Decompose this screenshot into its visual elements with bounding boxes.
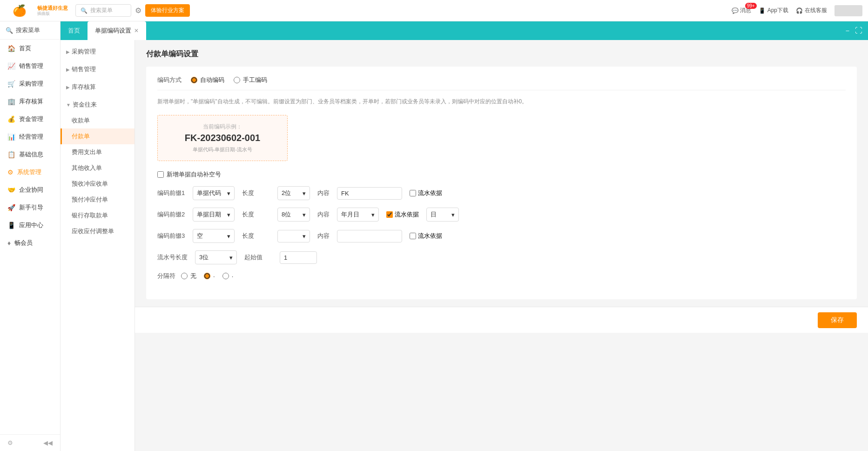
- content3-input[interactable]: [337, 230, 402, 242]
- sub-menu-header-sales[interactable]: ▶ 销售管理: [61, 61, 135, 77]
- length3-select[interactable]: ▾: [277, 230, 310, 242]
- sep-dash-option[interactable]: ·: [222, 273, 234, 280]
- separator-label: 分隔符: [157, 272, 175, 280]
- tab-close-icon[interactable]: ✕: [134, 27, 139, 34]
- sub-item-receipt-label: 收款单: [72, 117, 90, 124]
- sidebar-item-home[interactable]: 🏠 首页: [0, 40, 60, 57]
- sub-menu-header-stock[interactable]: ▶ 库存核算: [61, 79, 135, 95]
- length2-dropdown-icon: ▾: [303, 211, 306, 218]
- sep-dash-radio[interactable]: [222, 273, 229, 279]
- length1-value: 2位: [282, 189, 291, 197]
- sub-item-receipt[interactable]: 收款单: [61, 113, 135, 128]
- sep-none-option[interactable]: 无: [181, 272, 196, 280]
- brand-text: 畅捷通好生意 插曲版: [37, 5, 68, 16]
- sidebar-item-operations[interactable]: 📊 经营管理: [0, 128, 60, 146]
- brand-icon: 🍊: [13, 4, 27, 17]
- watermark1-checkbox[interactable]: [410, 190, 416, 196]
- sub-menu-header-capital[interactable]: ▼ 资金往来: [61, 97, 135, 113]
- sidebar-item-inventory[interactable]: 🏢 库存核算: [0, 93, 60, 110]
- prefix1-select[interactable]: 单据代码 ▾: [193, 186, 235, 200]
- watermark1-label: 流水依据: [410, 189, 442, 197]
- chevron-down-icon: ▼: [66, 102, 71, 108]
- sub-menu-stock-label: 库存核算: [72, 83, 96, 91]
- sub-item-expense-label: 费用支出单: [72, 148, 102, 155]
- sub-menu-capital: ▼ 资金往来 收款单 付款单 费用支出单 其他收入单: [61, 97, 135, 239]
- manual-encode-option[interactable]: 手工编码: [234, 76, 267, 84]
- sidebar-label-sales: 销售管理: [19, 62, 43, 70]
- length1-select[interactable]: 2位 ▾: [277, 186, 310, 200]
- msg-count: 99+: [745, 3, 757, 9]
- main-layout: 🔍 搜索菜单 🏠 首页 📈 销售管理 🛒 采购管理 🏢 库存核算 💰: [0, 21, 868, 451]
- content2-dropdown-icon: ▾: [371, 211, 375, 218]
- settings-icon[interactable]: ⚙: [135, 6, 141, 15]
- save-button[interactable]: 保存: [818, 312, 857, 328]
- sidebar-item-apps[interactable]: 📱 应用中心: [0, 216, 60, 234]
- serial-row: 流水号长度 3位 ▾ 起始值: [157, 250, 846, 264]
- trial-btn[interactable]: 体验行业方案: [145, 4, 190, 17]
- serial-length-dropdown-icon: ▾: [229, 254, 233, 261]
- sidebar-item-member[interactable]: ♦ 畅会员: [0, 234, 60, 252]
- sidebar-label-purchase: 采购管理: [19, 80, 43, 88]
- tab-minimize-icon[interactable]: －: [844, 26, 851, 36]
- collapse-sidebar-icon[interactable]: ◀◀: [43, 439, 53, 446]
- auto-encode-option[interactable]: 自动编码: [191, 76, 224, 84]
- start-value-input[interactable]: [280, 251, 317, 264]
- sep-dot-option[interactable]: ·: [204, 273, 215, 280]
- auto-fill-row: 新增单据自动补空号: [157, 170, 846, 179]
- sub-item-other-income[interactable]: 其他收入单: [61, 160, 135, 176]
- tab-expand-icon[interactable]: ⛶: [855, 27, 862, 35]
- sidebar-item-purchase[interactable]: 🛒 采购管理: [0, 75, 60, 93]
- sub-item-advance-recv-label: 预收冲应收单: [72, 180, 108, 187]
- finance-icon: 💰: [7, 115, 15, 123]
- length2-select[interactable]: 8位 ▾: [277, 208, 310, 222]
- sep-none-radio[interactable]: [181, 273, 188, 279]
- sub-item-bank[interactable]: 银行存取款单: [61, 208, 135, 223]
- sidebar-item-guide[interactable]: 🚀 新手引导: [0, 199, 60, 216]
- form-row-2: 编码前缀2 单据日期 ▾ 长度 8位 ▾ 内容 年月日: [157, 208, 846, 222]
- watermark2-label: 流水依据: [386, 210, 419, 219]
- app-download-label: App下载: [767, 7, 788, 14]
- prefix3-select[interactable]: 空 ▾: [193, 229, 235, 243]
- auto-fill-checkbox[interactable]: [157, 171, 164, 178]
- sub-menu-header-purchase[interactable]: ▶ 采购管理: [61, 44, 135, 60]
- sidebar-item-enterprise[interactable]: 🤝 企业协同: [0, 181, 60, 199]
- sub-item-adjust[interactable]: 应收应付调整单: [61, 223, 135, 239]
- sub-item-expense[interactable]: 费用支出单: [61, 144, 135, 160]
- form-row-3: 编码前缀3 空 ▾ 长度 ▾ 内容: [157, 229, 846, 243]
- sidebar-item-sales[interactable]: 📈 销售管理: [0, 57, 60, 75]
- manual-encode-radio[interactable]: [234, 77, 240, 83]
- sidebar-search[interactable]: 🔍 搜索菜单: [0, 21, 60, 40]
- service-label: 在线客服: [805, 7, 827, 14]
- content1-input[interactable]: [337, 187, 402, 200]
- watermark3-checkbox[interactable]: [410, 233, 416, 239]
- water-unit-select[interactable]: 日 ▾: [426, 208, 459, 222]
- prefix2-select[interactable]: 单据日期 ▾: [193, 208, 235, 222]
- auto-encode-radio[interactable]: [191, 77, 197, 83]
- serial-length-value: 3位: [199, 253, 209, 262]
- app-download[interactable]: 📱 App下载: [759, 7, 788, 14]
- start-value-label: 起始值: [244, 253, 272, 262]
- sub-item-advance-recv[interactable]: 预收冲应收单: [61, 176, 135, 192]
- tab-home[interactable]: 首页: [61, 21, 87, 40]
- sidebar-item-system[interactable]: ⚙ 系统管理: [0, 163, 60, 181]
- chevron-right-icon3: ▶: [66, 85, 70, 90]
- watermark2-checkbox[interactable]: [386, 211, 393, 218]
- user-avatar[interactable]: [834, 5, 862, 16]
- chevron-right-icon2: ▶: [66, 67, 70, 72]
- content2-value: 年月日: [341, 210, 359, 219]
- message-button[interactable]: 💬 消息 99+: [732, 7, 751, 14]
- footer-bar: 保存: [135, 307, 868, 333]
- sidebar-nav: 🏠 首页 📈 销售管理 🛒 采购管理 🏢 库存核算 💰 资金管理 📊 经: [0, 40, 60, 434]
- sep-dot-radio[interactable]: [204, 273, 210, 279]
- serial-length-select[interactable]: 3位 ▾: [195, 250, 237, 264]
- online-service[interactable]: 🎧 在线客服: [796, 7, 827, 14]
- settings-gear-icon[interactable]: ⚙: [7, 439, 13, 446]
- content2-select[interactable]: 年月日 ▾: [337, 208, 379, 222]
- header-search-box[interactable]: 🔍 搜索菜单: [75, 4, 131, 17]
- tab-code-settings[interactable]: 单据编码设置 ✕: [87, 21, 146, 40]
- sub-item-advance-pay[interactable]: 预付冲应付单: [61, 192, 135, 208]
- sub-item-payment[interactable]: 付款单: [61, 128, 135, 144]
- sep-dash-label: ·: [232, 273, 234, 280]
- sidebar-item-finance[interactable]: 💰 资金管理: [0, 110, 60, 128]
- sidebar-item-base[interactable]: 📋 基础信息: [0, 146, 60, 163]
